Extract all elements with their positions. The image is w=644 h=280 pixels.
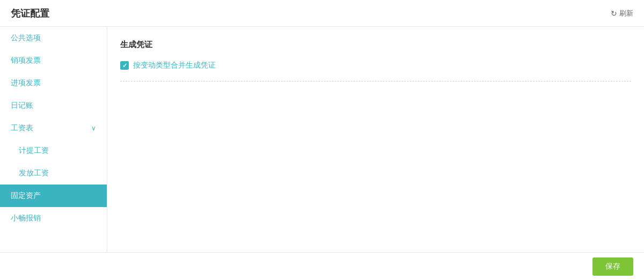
sidebar-item-purchase-invoice[interactable]: 进项发票 xyxy=(0,72,107,94)
sidebar-item-journal[interactable]: 日记账 xyxy=(0,94,107,117)
sidebar-item-label: 公共选项 xyxy=(11,33,41,43)
sidebar-item-label: 销项发票 xyxy=(11,56,41,65)
sidebar-item-label: 日记账 xyxy=(11,101,33,110)
refresh-label: 刷新 xyxy=(619,9,633,18)
sidebar-item-expense-claim[interactable]: 小畅报销 xyxy=(0,207,107,230)
sidebar-item-label: 进项发票 xyxy=(11,78,41,88)
refresh-icon: ↻ xyxy=(611,9,617,18)
sidebar-item-label: 工资表 xyxy=(11,123,33,133)
sidebar-item-sales-invoice[interactable]: 销项发票 xyxy=(0,49,107,72)
section-title: 生成凭证 xyxy=(120,40,631,50)
content-area: 生成凭证 按变动类型合并生成凭证 xyxy=(107,27,644,252)
page-title: 凭证配置 xyxy=(11,7,49,20)
sidebar-item-fixed-assets[interactable]: 固定资产 xyxy=(0,185,107,207)
sidebar-item-payroll-table[interactable]: 工资表∨ xyxy=(0,117,107,139)
main-content: 公共选项销项发票进项发票日记账工资表∨计提工资发放工资固定资产小畅报销 生成凭证… xyxy=(0,27,644,252)
sidebar-item-label: 发放工资 xyxy=(19,168,49,178)
sidebar-item-label: 小畅报销 xyxy=(11,213,41,223)
chevron-down-icon: ∨ xyxy=(91,124,96,132)
sidebar-item-label: 计提工资 xyxy=(19,146,49,156)
refresh-button[interactable]: ↻ 刷新 xyxy=(611,9,633,18)
footer: 保存 xyxy=(0,252,644,280)
sidebar-item-label: 固定资产 xyxy=(11,191,41,201)
sidebar-item-pay-salary[interactable]: 发放工资 xyxy=(0,162,107,185)
sidebar: 公共选项销项发票进项发票日记账工资表∨计提工资发放工资固定资产小畅报销 xyxy=(0,27,107,252)
sidebar-item-calculate-salary[interactable]: 计提工资 xyxy=(0,139,107,162)
header: 凭证配置 ↻ 刷新 xyxy=(0,0,644,27)
checkbox-row: 按变动类型合并生成凭证 xyxy=(120,61,631,70)
merge-by-type-checkbox[interactable] xyxy=(120,61,129,70)
section-divider xyxy=(120,81,631,82)
sidebar-item-public-options[interactable]: 公共选项 xyxy=(0,27,107,49)
save-button[interactable]: 保存 xyxy=(592,257,633,276)
checkbox-label: 按变动类型合并生成凭证 xyxy=(133,61,216,70)
page-wrapper: 凭证配置 ↻ 刷新 公共选项销项发票进项发票日记账工资表∨计提工资发放工资固定资… xyxy=(0,0,644,280)
